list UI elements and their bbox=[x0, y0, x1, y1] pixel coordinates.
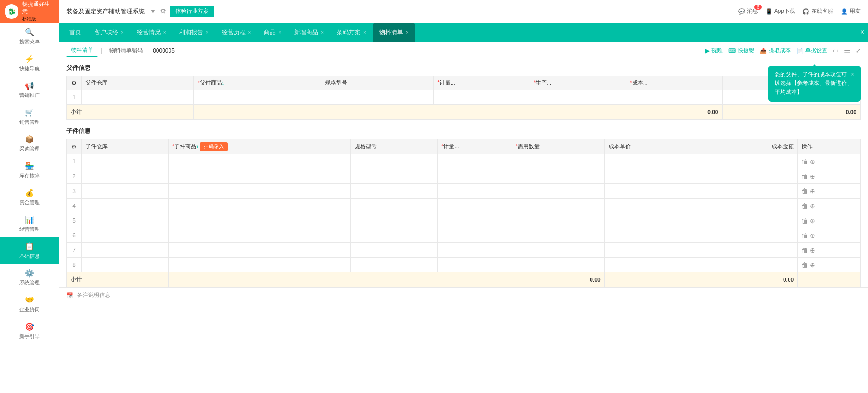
child-row-needed-qty[interactable] bbox=[512, 184, 604, 199]
sidebar-item-purchase[interactable]: 📦 采购管理 bbox=[0, 130, 59, 157]
sidebar-item-operation[interactable]: 📊 经营管理 bbox=[0, 211, 59, 237]
child-row-needed-qty[interactable] bbox=[512, 169, 604, 184]
child-row-spec[interactable] bbox=[351, 199, 438, 213]
system-dropdown-icon[interactable]: ▼ bbox=[150, 8, 156, 15]
app-download-button[interactable]: 📱 App下载 bbox=[766, 7, 795, 15]
sidebar-item-marketing[interactable]: 📢 营销推广 bbox=[0, 77, 59, 103]
tab-customer[interactable]: 客户联络 × bbox=[88, 23, 130, 42]
child-row-goods[interactable] bbox=[168, 199, 351, 213]
delete-row-button[interactable]: 🗑 bbox=[802, 187, 808, 195]
child-row-goods[interactable] bbox=[168, 154, 351, 169]
view-video-button[interactable]: ▶ 视频 bbox=[705, 47, 723, 54]
settings-icon[interactable]: ⚙ bbox=[160, 7, 166, 16]
sub-tab-bom-list[interactable]: 物料清单 bbox=[66, 44, 98, 57]
sidebar-item-system[interactable]: ⚙️ 系统管理 bbox=[0, 264, 59, 291]
copy-row-button[interactable]: ⊕ bbox=[810, 173, 815, 180]
child-row-goods[interactable] bbox=[168, 169, 351, 184]
online-service-button[interactable]: 🎧 在线客服 bbox=[802, 7, 833, 15]
sidebar-item-sales[interactable]: 🛒 销售管理 bbox=[0, 103, 59, 130]
sidebar-item-finance[interactable]: 💰 资金管理 bbox=[0, 184, 59, 211]
child-row-unit-cost[interactable] bbox=[604, 213, 691, 228]
child-row-spec[interactable] bbox=[351, 258, 438, 272]
nav-prev-button[interactable]: ‹ bbox=[833, 48, 835, 54]
child-row-warehouse[interactable] bbox=[82, 184, 169, 199]
child-row-qty[interactable] bbox=[437, 213, 512, 228]
copy-row-button[interactable]: ⊕ bbox=[810, 202, 815, 210]
child-row-qty[interactable] bbox=[437, 154, 512, 169]
parent-row-qty[interactable] bbox=[434, 90, 530, 105]
child-row-qty[interactable] bbox=[437, 199, 512, 213]
sidebar-item-search[interactable]: 🔍 搜索菜单 bbox=[0, 23, 59, 50]
tab-add-goods-close[interactable]: × bbox=[321, 30, 324, 35]
parent-row-warehouse[interactable] bbox=[82, 90, 194, 105]
child-row-warehouse[interactable] bbox=[82, 243, 169, 258]
child-row-warehouse[interactable] bbox=[82, 154, 169, 169]
child-row-warehouse[interactable] bbox=[82, 258, 169, 272]
child-row-qty[interactable] bbox=[437, 243, 512, 258]
child-row-goods[interactable] bbox=[168, 228, 351, 243]
copy-row-button[interactable]: ⊕ bbox=[810, 232, 815, 239]
tab-home[interactable]: 首页 bbox=[63, 23, 88, 42]
copy-row-button[interactable]: ⊕ bbox=[810, 217, 815, 224]
delete-row-button[interactable]: 🗑 bbox=[802, 247, 808, 254]
child-row-needed-qty[interactable] bbox=[512, 199, 604, 213]
parent-row-goods[interactable] bbox=[194, 90, 321, 105]
child-row-goods[interactable] bbox=[168, 213, 351, 228]
sidebar-item-collab[interactable]: 🤝 企业协同 bbox=[0, 291, 59, 318]
delete-row-button[interactable]: 🗑 bbox=[802, 173, 808, 180]
child-row-spec[interactable] bbox=[351, 169, 438, 184]
delete-row-button[interactable]: 🗑 bbox=[802, 202, 808, 210]
child-row-warehouse[interactable] bbox=[82, 169, 169, 184]
child-row-unit-cost[interactable] bbox=[604, 243, 691, 258]
parent-row-cost[interactable] bbox=[626, 90, 722, 105]
shortcut-button[interactable]: ⌨ 快捷键 bbox=[728, 47, 754, 54]
child-row-warehouse[interactable] bbox=[82, 228, 169, 243]
delete-row-button[interactable]: 🗑 bbox=[802, 261, 808, 269]
child-row-unit-cost[interactable] bbox=[604, 169, 691, 184]
child-row-needed-qty[interactable] bbox=[512, 228, 604, 243]
child-row-spec[interactable] bbox=[351, 213, 438, 228]
tab-add-goods[interactable]: 新增商品 × bbox=[288, 23, 330, 42]
sidebar-item-guide[interactable]: 🎯 新手引导 bbox=[0, 318, 59, 345]
fullscreen-button[interactable]: ⤢ bbox=[856, 48, 861, 54]
tab-bom[interactable]: 物料清单 × bbox=[373, 23, 415, 42]
trial-button[interactable]: 体验行业方案 bbox=[170, 6, 214, 17]
scan-input-button[interactable]: 扫码录入 bbox=[200, 142, 228, 151]
delete-row-button[interactable]: 🗑 bbox=[802, 217, 808, 224]
sidebar-item-inventory[interactable]: 🏪 库存核算 bbox=[0, 157, 59, 184]
tab-operation-status[interactable]: 经营情况 × bbox=[130, 23, 173, 42]
tab-operation-history[interactable]: 经营历程 × bbox=[215, 23, 258, 42]
tab-profit-report[interactable]: 利润报告 × bbox=[173, 23, 215, 42]
child-row-warehouse[interactable] bbox=[82, 199, 169, 213]
close-all-tabs-button[interactable]: × bbox=[860, 28, 864, 36]
child-row-goods[interactable] bbox=[168, 243, 351, 258]
tab-bom-close[interactable]: × bbox=[406, 30, 409, 35]
child-row-qty[interactable] bbox=[437, 258, 512, 272]
child-row-qty[interactable] bbox=[437, 169, 512, 184]
child-row-needed-qty[interactable] bbox=[512, 213, 604, 228]
copy-row-button[interactable]: ⊕ bbox=[810, 158, 815, 165]
copy-row-button[interactable]: ⊕ bbox=[810, 261, 815, 269]
nav-next-button[interactable]: › bbox=[837, 48, 838, 54]
child-row-qty[interactable] bbox=[437, 228, 512, 243]
child-row-goods[interactable] bbox=[168, 184, 351, 199]
tab-operation-status-close[interactable]: × bbox=[163, 30, 166, 35]
single-settings-button[interactable]: 📄 单据设置 bbox=[796, 47, 827, 54]
tab-goods-close[interactable]: × bbox=[278, 30, 281, 35]
user-button[interactable]: 👤 用友 bbox=[841, 7, 861, 15]
child-row-unit-cost[interactable] bbox=[604, 258, 691, 272]
parent-row-spec[interactable] bbox=[321, 90, 434, 105]
child-row-needed-qty[interactable] bbox=[512, 243, 604, 258]
child-row-unit-cost[interactable] bbox=[604, 228, 691, 243]
sidebar-item-quick-nav[interactable]: ⚡ 快捷导航 bbox=[0, 50, 59, 77]
child-row-goods[interactable] bbox=[168, 258, 351, 272]
child-row-spec[interactable] bbox=[351, 184, 438, 199]
child-row-unit-cost[interactable] bbox=[604, 184, 691, 199]
sub-tab-bom-code[interactable]: 物料清单编码 bbox=[105, 45, 147, 56]
tab-barcode-close[interactable]: × bbox=[363, 30, 366, 35]
child-row-unit-cost[interactable] bbox=[604, 154, 691, 169]
tab-barcode[interactable]: 条码方案 × bbox=[330, 23, 373, 42]
extract-cost-button[interactable]: 📥 提取成本 bbox=[760, 47, 791, 54]
copy-row-button[interactable]: ⊕ bbox=[810, 187, 815, 195]
delete-row-button[interactable]: 🗑 bbox=[802, 158, 808, 165]
